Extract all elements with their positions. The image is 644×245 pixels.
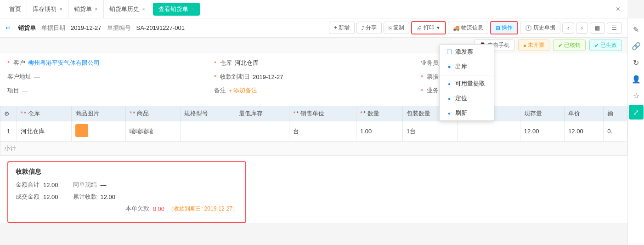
dropdown-refresh[interactable]: ● 刷新	[440, 106, 494, 120]
sidebar-edit-icon[interactable]: ✎	[629, 22, 644, 37]
sidebar-user-icon[interactable]: 👤	[629, 72, 644, 86]
qty-icon: ●	[446, 80, 452, 87]
toolbar: ↩ 销货单 单据日期 2019-12-27 单据编号 SA-20191227-0…	[0, 18, 627, 38]
operation-highlight-box: ⊞ 操作	[490, 21, 518, 34]
customer-value[interactable]: 柳州粤港平安气体有限公司	[28, 59, 100, 67]
cell-quantity[interactable]: 1.00	[356, 121, 402, 142]
payment-date-field: * 收款到期日 2019-12-27	[214, 73, 413, 81]
summary-row-3: 本单欠款 0.00 （收款到期日: 2019-12-27）	[16, 205, 238, 213]
tab-inventory-init[interactable]: 库存期初 ×	[27, 0, 68, 18]
right-sidebar: ✎ 🔗 ↻ 👤 ☆ ⤢	[627, 18, 644, 228]
cell-spec[interactable]	[180, 121, 235, 142]
tab-sales-history[interactable]: 销货单历史 ×	[104, 0, 151, 18]
cell-warehouse[interactable]: 河北仓库	[17, 121, 72, 142]
toolbar-actions: + 新增 ⤴ 分享 ⎘ 复制 🖨 打印 ▼ 🚚	[329, 21, 622, 34]
print-highlight-box: 🖨 打印 ▼	[411, 21, 446, 34]
summary-same-order-settle: 同单现结 —	[73, 181, 107, 189]
doc-number-value: SA-20191227-001	[136, 24, 185, 31]
sidebar-refresh-icon[interactable]: ↻	[629, 55, 644, 70]
tab-inventory-init-close[interactable]: ×	[59, 6, 62, 12]
address-field: 客户地址 —	[7, 73, 207, 81]
payment-date-value[interactable]: 2019-12-27	[253, 74, 283, 80]
grid-view-button[interactable]: ▦	[590, 23, 605, 34]
table-header-row: ⚙ ** 仓库 商品图片 ** 商品 规格型号 最低库存	[0, 106, 627, 121]
cell-amount[interactable]: 0.	[604, 121, 627, 142]
history-icon: 🕐	[525, 25, 532, 31]
sidebar-expand-icon[interactable]: ⤢	[629, 105, 644, 120]
summary-owed: 本单欠款 0.00 （收款到期日: 2019-12-27）	[125, 205, 238, 213]
dropdown-add-invoice[interactable]: ☐ 添发票	[440, 45, 494, 59]
truck-icon: 🚚	[453, 25, 460, 31]
dropdown-divider-1	[440, 75, 494, 75]
add-invoice-icon: ☐	[446, 49, 452, 55]
history-button[interactable]: 🕐 历史单据	[520, 22, 560, 34]
share-button[interactable]: ⤴ 分享	[356, 22, 382, 34]
copy-icon: ⎘	[389, 25, 392, 31]
print-button[interactable]: 🖨 打印 ▼	[412, 22, 445, 34]
not-open-btn[interactable]: ● 未开票	[518, 40, 549, 51]
warehouse-value[interactable]: 河北仓库	[235, 59, 259, 67]
gear-icon[interactable]: ⚙	[4, 110, 10, 117]
new-button[interactable]: + 新增	[329, 22, 355, 34]
cell-product[interactable]: 嘻嘻嘻嘻	[126, 121, 181, 142]
note-field: 备注 + 添加备注	[214, 86, 413, 95]
col-unit-price-header: 单价	[565, 106, 604, 121]
col-settings-header[interactable]: ⚙	[0, 106, 17, 121]
list-view-button[interactable]: ☰	[607, 23, 622, 34]
sidebar-link-icon[interactable]: 🔗	[629, 39, 644, 53]
share-icon: ⤴	[362, 25, 364, 31]
table-section: ⚙ ** 仓库 商品图片 ** 商品 规格型号 最低库存	[0, 106, 627, 156]
dropdown-qty-retrieve[interactable]: ● 可用量提取	[440, 76, 494, 91]
copy-button[interactable]: ⎘ 复制	[384, 22, 409, 34]
sidebar-star-icon[interactable]: ☆	[629, 88, 644, 103]
cell-sales-unit[interactable]: 台	[289, 121, 356, 142]
operation-dropdown: ☐ 添发票 ● 出库 ● 可用量提取 ● 定位 ● 刷新	[439, 44, 494, 121]
table-row: 1 河北仓库 嘻嘻嘻嘻 台 1.00 1台 12.00 12.00	[0, 121, 627, 142]
tab-sales-order[interactable]: 销货单 ×	[68, 0, 104, 18]
operation-button[interactable]: ⊞ 操作	[491, 22, 517, 34]
tab-sales-history-label: 销货单历史	[109, 5, 139, 13]
doc-icon: ↩	[6, 24, 11, 31]
salesperson-required: *	[421, 87, 423, 94]
tab-view-sales-close[interactable]: ×	[191, 6, 194, 12]
project-field: 项目 —	[7, 86, 207, 95]
address-value: —	[34, 74, 40, 80]
col-product-header: ** 商品	[126, 106, 181, 121]
tab-sales-history-close[interactable]: ×	[142, 6, 145, 12]
doc-date-value: 2019-12-27	[71, 24, 102, 31]
tab-home[interactable]: 首页	[4, 0, 27, 18]
grid-icon: ⊞	[496, 25, 500, 31]
summary-row-2: 成交金额 12.00 累计收款 12.00	[16, 193, 238, 201]
summary-box: 收款信息 金额合计 12.00 同单现结 — 成交金额 12.00 累计收款	[7, 161, 246, 223]
cell-pack-qty[interactable]: 1台	[402, 121, 457, 142]
confirmed-btn[interactable]: ✔ 已核销	[553, 40, 586, 51]
cell-min-stock[interactable]	[235, 121, 289, 142]
add-note-btn[interactable]: + 添加备注	[229, 86, 257, 95]
tab-inventory-init-label: 库存期初	[33, 5, 56, 13]
next-button[interactable]: ›	[576, 23, 588, 34]
tab-sales-order-close[interactable]: ×	[95, 6, 98, 12]
tab-home-label: 首页	[9, 5, 21, 13]
form-row-1: * 客户 柳州粤港平安气体有限公司 * 仓库 河北仓库 业务员 演示账号	[7, 59, 620, 67]
summary-row-1: 金额合计 12.00 同单现结 —	[16, 181, 238, 189]
tab-bar-close-btn[interactable]: ×	[612, 5, 624, 13]
prev-button[interactable]: ‹	[562, 23, 574, 34]
form-row-2: 客户地址 — * 收款到期日 2019-12-27 * 票据类型 不开票	[7, 73, 620, 81]
dropdown-outbound[interactable]: ● 出库	[440, 59, 494, 74]
plus-icon: +	[229, 87, 232, 94]
tab-view-sales[interactable]: 查看销货单 ×	[153, 3, 200, 16]
print-dropdown-arrow[interactable]: ▼	[436, 25, 441, 30]
circle-icon: ●	[523, 42, 526, 49]
location-icon: ●	[446, 95, 452, 102]
customer-required: *	[7, 60, 10, 67]
cell-stock[interactable]: 12.00	[520, 121, 564, 142]
dropdown-location[interactable]: ● 定位	[440, 91, 494, 106]
cell-available[interactable]	[457, 121, 520, 142]
form-section: * 客户 柳州粤港平安气体有限公司 * 仓库 河北仓库 业务员 演示账号 客户地…	[0, 53, 627, 106]
col-spec-header: 规格型号	[180, 106, 235, 121]
tab-sales-order-label: 销货单	[74, 5, 92, 13]
logistics-button[interactable]: 🚚 物流信息	[448, 22, 488, 34]
cell-unit-price[interactable]: 12.00	[565, 121, 604, 142]
effective-btn[interactable]: ✔ 已生效	[589, 40, 622, 51]
cell-row-num: 1	[0, 121, 17, 142]
